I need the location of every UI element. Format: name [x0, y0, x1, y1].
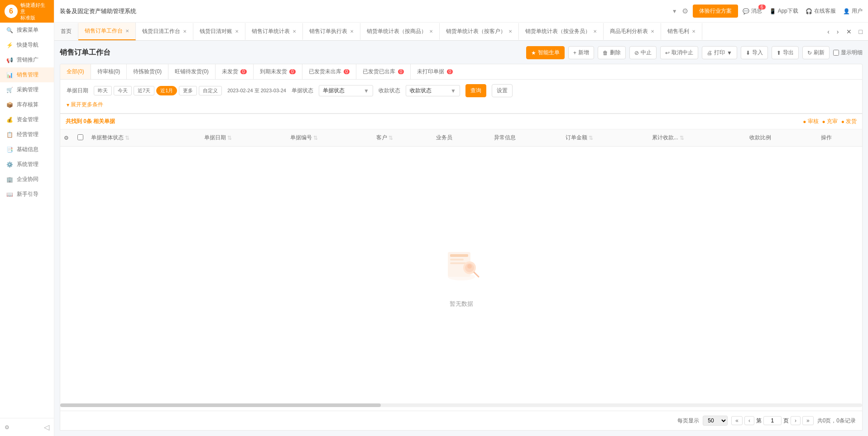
add-btn[interactable]: + 新增: [568, 46, 594, 59]
th-number[interactable]: 单据编号 ⇅: [287, 129, 373, 147]
sidebar-item-operations[interactable]: 📋 经营管理: [0, 127, 54, 142]
th-staff[interactable]: 业务员: [432, 129, 491, 147]
settings-bottom-icon[interactable]: ⚙: [5, 424, 10, 431]
tab-sales-by-product[interactable]: 销货单统计表（按商品） ✕: [360, 23, 440, 40]
sidebar-item-enterprise[interactable]: 🏢 企业协同: [0, 172, 54, 187]
sidebar-item-finance[interactable]: 💰 资金管理: [0, 112, 54, 127]
tab-close-sales-by-staff[interactable]: ✕: [593, 29, 597, 34]
tab-close-cash-reconcile[interactable]: ✕: [235, 29, 239, 34]
delete-btn[interactable]: 🗑 删除: [598, 46, 626, 59]
refresh-btn[interactable]: ↻ 刷新: [802, 46, 830, 59]
payment-filter-select[interactable]: 收款状态 ▼: [406, 85, 460, 96]
user-btn[interactable]: 👤 用户: [843, 7, 863, 15]
tabs-close-btn[interactable]: ✕: [844, 26, 854, 37]
th-date[interactable]: 单据日期 ⇅: [201, 129, 287, 147]
tab-close-gross-margin[interactable]: ✕: [651, 29, 654, 34]
batch-review-btn[interactable]: ● 审核: [803, 118, 818, 125]
export-btn[interactable]: ⬆ 导出: [772, 46, 799, 59]
tab-gross-margin[interactable]: 商品毛利分析表 ✕: [604, 23, 661, 40]
sub-tab-overdue-ship[interactable]: 到期未发货 0: [254, 64, 302, 79]
tab-sales-workbench[interactable]: 销售订单工作台 ✕: [78, 23, 136, 40]
th-status[interactable]: 单据整体状态 ⇅: [87, 129, 201, 147]
online-service-btn[interactable]: 🎧 在线客服: [806, 7, 836, 15]
sidebar-item-purchase[interactable]: 🛒 采购管理: [0, 82, 54, 97]
show-detail-checkbox[interactable]: 显示明细: [833, 49, 863, 57]
tab-cash-daily[interactable]: 钱货日清工作台 ✕: [136, 23, 193, 40]
cancel-stop-btn[interactable]: ↩ 取消中止: [660, 46, 698, 59]
date-btn-more[interactable]: 更多: [179, 86, 197, 95]
th-amount[interactable]: 订单金额 ⇅: [562, 129, 648, 147]
sub-tab-pending-inspect[interactable]: 待拣验货(0): [127, 64, 168, 79]
sidebar-item-inventory[interactable]: 📦 库存核算: [0, 97, 54, 112]
import-btn[interactable]: ⬇ 导入: [741, 46, 768, 59]
sub-tab-shipped-out[interactable]: 已发货已出库 0: [356, 64, 411, 79]
sidebar-label-enterprise: 企业协同: [17, 175, 38, 183]
date-btn-yesterday[interactable]: 昨天: [94, 86, 112, 95]
show-detail-input[interactable]: [833, 50, 839, 56]
date-btn-today[interactable]: 今天: [114, 86, 132, 95]
tab-close-sales-workbench[interactable]: ✕: [125, 28, 129, 33]
sidebar-item-system[interactable]: ⚙️ 系统管理: [0, 157, 54, 172]
per-page-select[interactable]: 50 100 200: [703, 416, 728, 426]
tab-cash-reconcile[interactable]: 钱货日清对账 ✕: [193, 23, 245, 40]
tab-close-cash-daily[interactable]: ✕: [183, 29, 187, 34]
sidebar-item-search[interactable]: 🔍 搜索菜单: [0, 23, 54, 38]
plus-icon: +: [573, 50, 576, 56]
th-exception[interactable]: 异常信息: [490, 129, 562, 147]
message-icon-btn[interactable]: 💬 消息 6: [743, 7, 762, 15]
th-checkbox[interactable]: [74, 129, 87, 147]
date-btn-custom[interactable]: 自定义: [199, 86, 222, 95]
prev-page-btn[interactable]: ‹: [744, 416, 754, 425]
th-settings[interactable]: ⚙: [60, 129, 74, 147]
sidebar-item-guide[interactable]: 📖 新手引导: [0, 187, 54, 202]
th-collected[interactable]: 累计收款... ⇅: [648, 129, 746, 147]
sub-tab-all[interactable]: 全部(0): [60, 64, 91, 79]
tabs-prev-btn[interactable]: ‹: [825, 26, 832, 37]
tab-close-sales-stats[interactable]: ✕: [293, 29, 296, 34]
app-download-btn[interactable]: 📱 App下载: [769, 7, 798, 15]
horizontal-scrollbar[interactable]: [60, 402, 862, 411]
th-customer[interactable]: 客户 ⇅: [373, 129, 432, 147]
tab-close-sales-by-customer[interactable]: ✕: [508, 29, 512, 34]
collapse-icon[interactable]: ◁: [44, 423, 49, 431]
status-filter-select[interactable]: 单据状态 ▼: [319, 85, 373, 96]
last-page-btn[interactable]: »: [802, 416, 814, 425]
print-btn[interactable]: 🖨 打印 ▼: [702, 46, 737, 59]
batch-ship-btn[interactable]: ● 发货: [841, 118, 857, 125]
sidebar-item-marketing[interactable]: 📢 营销推广: [0, 52, 54, 67]
query-btn[interactable]: 查询: [465, 84, 486, 97]
batch-revoke-btn[interactable]: ● 充审: [822, 118, 838, 125]
tab-sales-by-customer[interactable]: 销货单统计表（按客户） ✕: [440, 23, 519, 40]
dropdown-arrow-icon[interactable]: ▼: [672, 8, 677, 14]
tab-sales-profit[interactable]: 销售毛利 ✕: [661, 23, 702, 40]
sub-tab-shipped-not-out[interactable]: 已发货未出库 0: [302, 64, 357, 79]
date-btn-7days[interactable]: 近7天: [134, 86, 154, 95]
tab-close-sales-exec[interactable]: ✕: [350, 29, 354, 34]
stop-btn[interactable]: ⊘ 中止: [629, 46, 657, 59]
tab-sales-by-staff[interactable]: 销货单统计表（按业务员） ✕: [519, 23, 604, 40]
tab-close-sales-by-product[interactable]: ✕: [429, 29, 433, 34]
next-page-btn[interactable]: ›: [791, 416, 801, 425]
select-all-checkbox[interactable]: [77, 134, 83, 140]
sub-tab-pending-review[interactable]: 待审核(0): [91, 64, 127, 79]
expand-filter-btn[interactable]: ▾ 展开更多条件: [67, 101, 103, 109]
page-input[interactable]: [763, 416, 782, 425]
sidebar-item-basic-info[interactable]: 📑 基础信息: [0, 142, 54, 157]
tab-close-sales-profit[interactable]: ✕: [692, 29, 695, 34]
sub-tab-not-printed[interactable]: 未打印单据 0: [411, 64, 459, 79]
first-page-btn[interactable]: «: [731, 416, 743, 425]
industry-btn[interactable]: 体验行业方案: [693, 5, 738, 18]
tabs-next-btn[interactable]: ›: [834, 26, 842, 37]
sub-tab-wangpu-ship[interactable]: 旺铺待发货(0): [168, 64, 216, 79]
tab-sales-stats[interactable]: 销售订单统计表 ✕: [245, 23, 303, 40]
filter-settings-btn[interactable]: 设置: [492, 84, 513, 97]
tabs-maximize-btn[interactable]: □: [856, 26, 865, 37]
sidebar-item-quick-nav[interactable]: ⚡ 快捷导航: [0, 38, 54, 52]
tab-sales-exec[interactable]: 销售订单执行表 ✕: [303, 23, 360, 40]
sub-tab-not-shipped[interactable]: 未发货 0: [216, 64, 254, 79]
date-btn-1month[interactable]: 近1月: [156, 86, 177, 95]
tab-home[interactable]: 首页: [54, 23, 78, 40]
smart-create-btn[interactable]: ★ 智能生单: [526, 46, 565, 59]
sidebar-item-sales[interactable]: 📊 销售管理: [0, 67, 54, 82]
settings-topbar-icon[interactable]: ⚙: [682, 7, 688, 15]
